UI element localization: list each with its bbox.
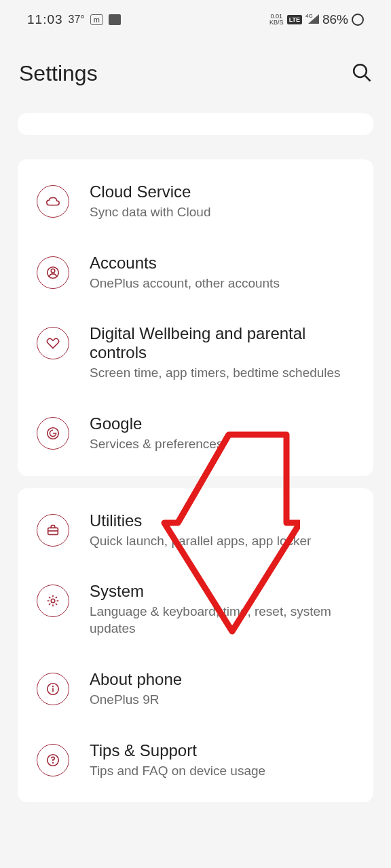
item-title: Accounts xyxy=(90,254,354,273)
blank-card-placeholder xyxy=(18,113,373,135)
item-subtitle: Language & keyboard, time, reset, system… xyxy=(90,604,354,637)
volte-icon: LTE xyxy=(287,15,302,24)
settings-item-system[interactable]: System Language & keyboard, time, reset,… xyxy=(18,566,373,653)
item-subtitle: OnePlus 9R xyxy=(90,692,354,709)
heart-icon xyxy=(37,327,69,359)
item-subtitle: Tips and FAQ on device usage xyxy=(90,763,354,780)
item-title: System xyxy=(90,582,354,601)
info-icon xyxy=(37,673,69,705)
svg-point-8 xyxy=(51,599,55,604)
item-subtitle: Sync data with Cloud xyxy=(90,204,354,221)
account-icon xyxy=(37,256,69,289)
item-content: Cloud Service Sync data with Cloud xyxy=(90,182,354,221)
settings-item-wellbeing[interactable]: Digital Wellbeing and parental controls … xyxy=(18,308,373,398)
network-speed: 0.01 KB/S xyxy=(269,14,284,26)
settings-item-google[interactable]: Google Services & preferences xyxy=(18,398,373,469)
briefcase-icon xyxy=(37,514,69,547)
gear-icon xyxy=(37,585,69,617)
item-subtitle: Screen time, app timers, bedtime schedul… xyxy=(90,365,354,382)
settings-group-system: Utilities Quick launch, parallel apps, a… xyxy=(18,488,373,802)
page-title: Settings xyxy=(19,61,98,86)
picture-icon xyxy=(109,14,121,25)
svg-point-1 xyxy=(354,64,367,77)
svg-point-4 xyxy=(51,269,55,273)
settings-group-services: Cloud Service Sync data with Cloud Accou… xyxy=(18,159,373,476)
google-icon xyxy=(37,417,69,450)
status-left: 11:03 37° m xyxy=(27,12,121,27)
item-content: Accounts OnePlus account, other accounts xyxy=(90,254,354,292)
search-icon[interactable] xyxy=(352,62,372,85)
m-icon: m xyxy=(90,14,103,25)
signal-icon: 4G xyxy=(305,13,319,27)
question-icon xyxy=(37,744,69,776)
item-title: Digital Wellbeing and parental controls xyxy=(90,324,354,362)
settings-item-about[interactable]: About phone OnePlus 9R xyxy=(18,654,373,725)
item-title: Tips & Support xyxy=(90,741,354,760)
settings-item-accounts[interactable]: Accounts OnePlus account, other accounts xyxy=(18,237,373,309)
status-time: 11:03 xyxy=(27,12,63,27)
battery-level: 86% xyxy=(322,12,348,27)
battery-circle-icon xyxy=(352,14,364,26)
cloud-icon xyxy=(37,185,69,218)
item-title: Google xyxy=(90,414,354,433)
item-content: Digital Wellbeing and parental controls … xyxy=(90,324,354,382)
item-title: Utilities xyxy=(90,511,354,530)
item-subtitle: Services & preferences xyxy=(90,436,354,453)
status-temp: 37° xyxy=(69,14,85,26)
settings-item-tips[interactable]: Tips & Support Tips and FAQ on device us… xyxy=(18,725,373,796)
settings-item-utilities[interactable]: Utilities Quick launch, parallel apps, a… xyxy=(18,495,373,566)
settings-item-cloud[interactable]: Cloud Service Sync data with Cloud xyxy=(18,166,373,237)
item-content: Utilities Quick launch, parallel apps, a… xyxy=(90,511,354,550)
item-content: Google Services & preferences xyxy=(90,414,354,453)
item-content: Tips & Support Tips and FAQ on device us… xyxy=(90,741,354,780)
settings-header: Settings xyxy=(0,39,391,113)
svg-point-13 xyxy=(53,762,54,763)
item-title: About phone xyxy=(90,670,354,689)
item-content: About phone OnePlus 9R xyxy=(90,670,354,709)
status-bar: 11:03 37° m 0.01 KB/S LTE 4G 86% xyxy=(0,0,391,39)
item-subtitle: OnePlus account, other accounts xyxy=(90,275,354,292)
status-right: 0.01 KB/S LTE 4G 86% xyxy=(269,12,364,27)
svg-point-11 xyxy=(53,686,54,687)
item-content: System Language & keyboard, time, reset,… xyxy=(90,582,354,637)
svg-text:4G: 4G xyxy=(305,13,313,19)
item-title: Cloud Service xyxy=(90,182,354,201)
svg-line-2 xyxy=(365,76,371,81)
item-subtitle: Quick launch, parallel apps, app locker xyxy=(90,533,354,550)
